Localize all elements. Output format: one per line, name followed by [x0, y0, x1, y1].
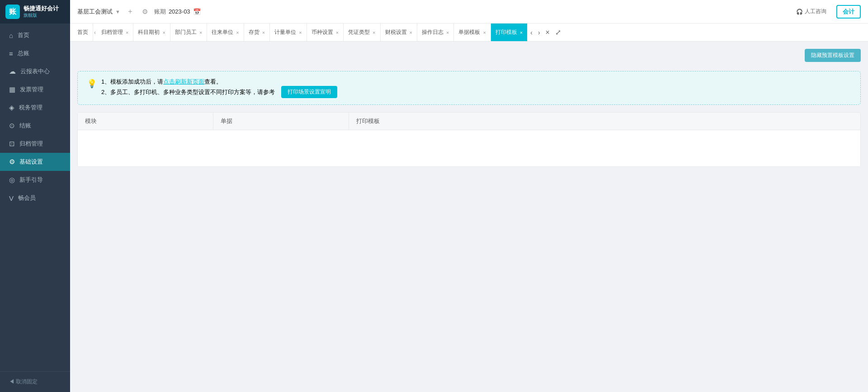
guide-icon: ◎ [9, 176, 15, 184]
tab-supplier-label: 往来单位 [212, 28, 233, 36]
member-icon: V [9, 194, 14, 202]
tab-subject[interactable]: 科目期初 × [133, 24, 170, 42]
tab-measure[interactable]: 计量单位 × [270, 24, 307, 42]
settings-icon: ⚙ [9, 158, 15, 166]
tab-receipt-close[interactable]: × [483, 30, 486, 35]
sidebar-item-archive[interactable]: ⊡ 归档管理 [0, 135, 70, 153]
info-box: 💡 1、模板添加成功后，请点击刷新新页面查看。 2、多员工、多打印机、多种业务类… [77, 71, 861, 105]
topbar: 基层工会测试 ▼ ＋ ⚙ 账期 2023-03 📅 🎧 人工咨询 会计 [70, 0, 868, 24]
tab-department-label: 部门员工 [175, 28, 197, 36]
sidebar-item-tax[interactable]: ◈ 税务管理 [0, 99, 70, 117]
headset-icon: 🎧 [796, 9, 803, 15]
archive-icon: ⊡ [9, 140, 15, 148]
data-table: 模块 单据 打印模板 [77, 112, 861, 167]
sidebar-item-closing-label: 结账 [19, 122, 31, 130]
col-module: 模块 [78, 113, 213, 130]
tab-expand-button[interactable]: ⤢ [552, 24, 564, 42]
tab-nav-prev[interactable]: ‹ [528, 24, 535, 42]
help-button[interactable]: 🎧 人工咨询 [796, 8, 826, 15]
tab-print[interactable]: 打印模板 × [491, 24, 528, 42]
tabbar: 首页 ‹ 归档管理 × 科目期初 × 部门员工 × 往来单位 × 存货 × 计量… [70, 24, 868, 42]
tab-home[interactable]: 首页 [73, 24, 93, 42]
tab-archive-close[interactable]: × [126, 30, 128, 35]
sidebar-item-closing[interactable]: ⊙ 结账 [0, 117, 70, 135]
calendar-icon[interactable]: 📅 [193, 8, 201, 15]
tab-department[interactable]: 部门员工 × [170, 24, 207, 42]
sidebar-item-guide-label: 新手引导 [19, 176, 43, 184]
company-selector[interactable]: 基层工会测试 ▼ [77, 8, 120, 16]
sidebar-item-ledger-label: 总账 [18, 49, 29, 57]
sidebar-item-ledger[interactable]: ≡ 总账 [0, 44, 70, 62]
sidebar-item-member-label: 畅会员 [18, 194, 36, 202]
tab-voucher-close[interactable]: × [373, 30, 375, 35]
tab-department-close[interactable]: × [199, 30, 202, 35]
lightbulb-icon: 💡 [87, 79, 97, 89]
logo-area: 账 畅捷通好会计 旗舰版 [0, 0, 70, 24]
sidebar-item-member[interactable]: V 畅会员 [0, 189, 70, 207]
tab-subject-close[interactable]: × [162, 30, 165, 35]
sidebar-item-guide[interactable]: ◎ 新手引导 [0, 171, 70, 189]
tab-inventory-label: 存货 [249, 28, 259, 36]
hide-preview-button[interactable]: 隐藏预置模板设置 [805, 49, 861, 62]
tab-receipt[interactable]: 单据模板 × [454, 24, 491, 42]
tab-chevron: ‹ [93, 29, 97, 36]
ledger-icon: ≡ [9, 50, 13, 57]
sidebar-item-settings[interactable]: ⚙ 基础设置 [0, 153, 70, 171]
tab-subject-label: 科目期初 [138, 28, 160, 36]
info-line2: 2、多员工、多打印机、多种业务类型设置不同打印方案等，请参考 打印场景设置宣明 [101, 86, 337, 98]
tab-home-label: 首页 [77, 28, 88, 36]
sidebar-nav: ⌂ 首页 ≡ 总账 ☁ 云报表中心 ▦ 发票管理 ◈ 税务管理 ⊙ 结账 ⊡ 归… [0, 24, 70, 371]
tab-measure-label: 计量单位 [274, 28, 296, 36]
tab-supplier[interactable]: 往来单位 × [207, 24, 244, 42]
tab-voucher-label: 凭证类型 [348, 28, 370, 36]
settings-cog-button[interactable]: ⚙ [140, 8, 150, 16]
sidebar-item-home[interactable]: ⌂ 首页 [0, 26, 70, 44]
info-refresh-link[interactable]: 点击刷新新页面 [163, 78, 204, 85]
sidebar-item-invoice-label: 发票管理 [20, 85, 43, 94]
sidebar-item-reports-label: 云报表中心 [20, 67, 50, 76]
reports-icon: ☁ [9, 67, 16, 76]
tab-archive[interactable]: 归档管理 × [97, 24, 133, 42]
info-text-after: 查看。 [204, 78, 222, 85]
closing-icon: ⊙ [9, 122, 15, 130]
add-tab-button[interactable]: ＋ [125, 7, 136, 16]
tab-nav-next[interactable]: › [535, 24, 543, 42]
tab-taxsettings-close[interactable]: × [410, 30, 412, 35]
logo-icon: 账 [5, 5, 20, 19]
sidebar-item-reports[interactable]: ☁ 云报表中心 [0, 62, 70, 80]
tab-taxsettings[interactable]: 财税设置 × [381, 24, 417, 42]
tab-oplog[interactable]: 操作日志 × [417, 24, 454, 42]
accountant-button[interactable]: 会计 [836, 5, 861, 19]
tab-voucher[interactable]: 凭证类型 × [344, 24, 380, 42]
col-print-template: 打印模板 [349, 113, 860, 130]
tax-icon: ◈ [9, 104, 14, 112]
period-selector: 账期 2023-03 📅 [154, 8, 201, 16]
period-label: 账期 [154, 8, 166, 16]
tab-currency[interactable]: 币种设置 × [307, 24, 344, 42]
info-line1: 1、模板添加成功后，请点击刷新新页面查看。 [101, 78, 337, 86]
home-icon: ⌂ [9, 32, 13, 39]
sidebar-unpin[interactable]: ◀ 取消固定 [0, 371, 70, 392]
sidebar-footer-label: ◀ 取消固定 [9, 378, 38, 386]
help-label: 人工咨询 [805, 8, 826, 15]
tab-supplier-close[interactable]: × [236, 30, 239, 35]
tab-taxsettings-label: 财税设置 [385, 28, 407, 36]
print-scene-button[interactable]: 打印场景设置宣明 [281, 86, 337, 98]
tab-inventory-close[interactable]: × [262, 30, 265, 35]
tab-archive-label: 归档管理 [101, 28, 123, 36]
tab-inventory[interactable]: 存货 × [244, 24, 270, 42]
tab-close-all-button[interactable]: × [543, 24, 552, 42]
tab-receipt-label: 单据模板 [458, 28, 480, 36]
logo-text: 畅捷通好会计 旗舰版 [24, 5, 59, 19]
tab-currency-close[interactable]: × [336, 30, 339, 35]
tab-oplog-close[interactable]: × [446, 30, 449, 35]
sidebar-item-invoice[interactable]: ▦ 发票管理 [0, 80, 70, 99]
sidebar: 账 畅捷通好会计 旗舰版 ⌂ 首页 ≡ 总账 ☁ 云报表中心 ▦ 发票管理 ◈ … [0, 0, 70, 392]
sidebar-item-tax-label: 税务管理 [19, 104, 42, 112]
info-text-before: 1、模板添加成功后，请 [101, 78, 163, 85]
tab-print-close[interactable]: × [520, 30, 523, 35]
company-dropdown-icon: ▼ [115, 9, 120, 14]
tab-currency-label: 币种设置 [311, 28, 333, 36]
sidebar-item-settings-label: 基础设置 [19, 158, 43, 166]
tab-measure-close[interactable]: × [299, 30, 302, 35]
